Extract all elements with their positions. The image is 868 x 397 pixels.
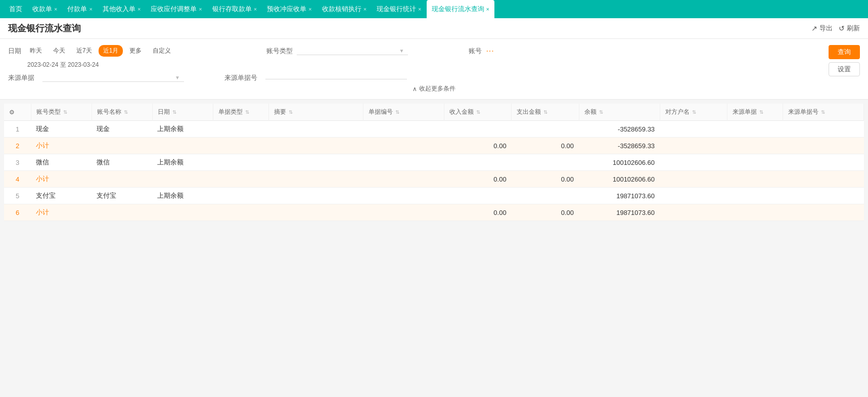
nav-close-other-income[interactable]: × [138, 6, 141, 12]
cell-date: 上期余额 [152, 121, 213, 138]
date-btn-yesterday[interactable]: 昨天 [25, 45, 47, 57]
nav-item-verify[interactable]: 收款核销执行 × [317, 0, 372, 18]
cell-income [444, 154, 511, 171]
th-balance[interactable]: 余额 ⇅ [579, 104, 660, 121]
date-btn-more[interactable]: 更多 [125, 45, 146, 57]
date-range-text: 2023-02-24 至 2023-03-24 [27, 61, 99, 68]
table-row: 3微信微信上期余额100102606.60 [4, 154, 864, 171]
nav-item-home[interactable]: 首页 [4, 0, 27, 18]
cell-income [444, 188, 511, 204]
date-options: 昨天 今天 近7天 近1月 更多 自定义 [25, 45, 175, 57]
nav-item-cashflow[interactable]: 现金银行流水查询 × [427, 0, 494, 18]
cell-balance: 100102606.60 [579, 154, 660, 171]
th-docno[interactable]: 单据编号 ⇅ [363, 104, 444, 121]
cell-srcvoucher [727, 171, 783, 188]
th-doctype[interactable]: 单据类型 ⇅ [213, 104, 269, 121]
setting-button[interactable]: 设置 [829, 62, 860, 76]
acct-more-icon[interactable]: ··· [486, 47, 494, 56]
cell-srcvoucher [727, 138, 783, 154]
cell-srcvoucher [727, 188, 783, 204]
cell-accttype: 现金 [31, 121, 92, 138]
nav-close-payment[interactable]: × [89, 6, 92, 12]
cell-balance: 100102606.60 [579, 171, 660, 188]
table-row: 6小计0.000.0019871073.60 [4, 204, 864, 221]
cell-accttype: 支付宝 [31, 188, 92, 204]
top-nav: 首页 收款单 × 付款单 × 其他收入单 × 应收应付调整单 × 银行存取款单 … [0, 0, 868, 18]
date-label: 日期 [8, 47, 21, 56]
cell-srcvoucherno [783, 188, 863, 204]
collapse-bar[interactable]: ∧ 收起更多条件 [8, 82, 860, 93]
th-income-label: 收入金额 [449, 108, 474, 115]
table-row: 1现金现金上期余额-3528659.33 [4, 121, 864, 138]
cell-docno [363, 121, 444, 138]
gear-icon[interactable]: ⚙ [9, 109, 15, 116]
nav-close-verify[interactable]: × [363, 6, 367, 12]
nav-item-other-income[interactable]: 其他收入单 × [98, 0, 146, 18]
th-balance-label: 余额 [584, 108, 597, 115]
cell-date [152, 171, 213, 188]
cell-date [152, 204, 213, 221]
nav-close-receipt[interactable]: × [54, 6, 57, 12]
cell-doctype [213, 154, 269, 171]
nav-close-stats[interactable]: × [418, 6, 421, 12]
th-summary[interactable]: 摘要 ⇅ [268, 104, 363, 121]
nav-label-home: 首页 [9, 5, 22, 14]
cell-expense: 0.00 [512, 171, 579, 188]
nav-label-cashflow: 现金银行流水查询 [432, 5, 484, 14]
cell-counterpart [660, 138, 727, 154]
date-btn-7days[interactable]: 近7天 [72, 45, 97, 57]
th-date[interactable]: 日期 ⇅ [152, 104, 213, 121]
th-srcvoucherno[interactable]: 来源单据号 ⇅ [783, 104, 863, 121]
th-srcvoucher-label: 来源单据 [733, 108, 757, 115]
src-voucher-select[interactable]: ▼ [42, 74, 184, 82]
nav-item-bank[interactable]: 银行存取款单 × [207, 0, 262, 18]
export-button[interactable]: ↗ 导出 [811, 24, 833, 33]
nav-close-adj[interactable]: × [199, 6, 202, 12]
src-voucher-no-input[interactable] [265, 77, 407, 79]
date-btn-today[interactable]: 今天 [49, 45, 70, 57]
cell-srcvoucherno [783, 204, 863, 221]
th-counterpart-label: 对方户名 [665, 108, 690, 115]
cell-income: 0.00 [444, 171, 511, 188]
src-voucher-dropdown-icon: ▼ [175, 75, 180, 80]
acct-type-dropdown-icon: ▼ [399, 48, 404, 54]
th-summary-label: 摘要 [274, 108, 286, 115]
acct-type-select[interactable]: ▼ [297, 47, 408, 55]
nav-label-payment: 付款单 [67, 5, 87, 14]
nav-close-cashflow[interactable]: × [486, 6, 489, 12]
nav-item-prepay[interactable]: 预收冲应收单 × [262, 0, 316, 18]
cell-rownum: 2 [4, 138, 31, 154]
cell-balance: 19871073.60 [579, 188, 660, 204]
cell-counterpart [660, 188, 727, 204]
th-income[interactable]: 收入金额 ⇅ [444, 104, 511, 121]
sort-counterpart-icon: ⇅ [692, 109, 696, 115]
query-button[interactable]: 查询 [829, 45, 860, 59]
cell-date [152, 138, 213, 154]
th-accttype[interactable]: 账号类型 ⇅ [31, 104, 92, 121]
nav-item-payment[interactable]: 付款单 × [62, 0, 97, 18]
refresh-button[interactable]: ↺ 刷新 [839, 24, 860, 33]
th-srcvoucher[interactable]: 来源单据 ⇅ [727, 104, 783, 121]
nav-item-stats[interactable]: 现金银行统计 × [372, 0, 426, 18]
th-expense[interactable]: 支出金额 ⇅ [512, 104, 579, 121]
date-btn-1month[interactable]: 近1月 [99, 45, 123, 57]
cell-date: 上期余额 [152, 188, 213, 204]
th-acctname-label: 账号名称 [97, 108, 121, 115]
cell-expense: 0.00 [512, 204, 579, 221]
nav-close-prepay[interactable]: × [308, 6, 311, 12]
src-voucher-no-label: 来源单据号 [224, 73, 257, 82]
collapse-label: 收起更多条件 [419, 84, 455, 93]
sort-expense-icon: ⇅ [543, 109, 547, 115]
sort-docno-icon: ⇅ [395, 109, 399, 115]
nav-close-bank[interactable]: × [254, 6, 257, 12]
cell-docno [363, 188, 444, 204]
nav-item-receipt[interactable]: 收款单 × [27, 0, 62, 18]
nav-label-prepay: 预收冲应收单 [267, 5, 306, 14]
th-acctname[interactable]: 账号名称 ⇅ [92, 104, 152, 121]
cell-rownum: 1 [4, 121, 31, 138]
nav-item-adj[interactable]: 应收应付调整单 × [146, 0, 207, 18]
date-btn-custom[interactable]: 自定义 [148, 45, 175, 57]
th-counterpart[interactable]: 对方户名 ⇅ [660, 104, 727, 121]
cell-docno [363, 171, 444, 188]
sort-doctype-icon: ⇅ [245, 109, 249, 115]
